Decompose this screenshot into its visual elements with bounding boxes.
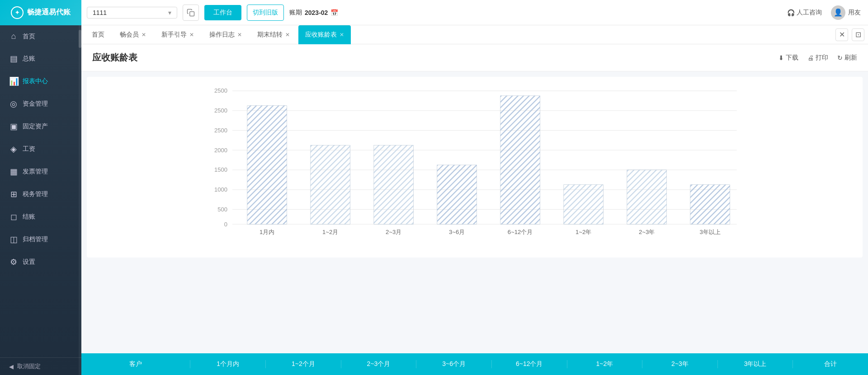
sidebar-item-label: 发票管理 (23, 168, 48, 176)
user-menu[interactable]: 👤 用友 (831, 5, 861, 20)
tab-period-end[interactable]: 期末结转 ✕ (250, 25, 297, 44)
svg-text:2~3月: 2~3月 (386, 229, 401, 235)
page-content: 应收账龄表 ⬇ 下载 🖨 打印 ↻ 刷新 (81, 44, 868, 375)
main-layout: ⌂ 首页 ▤ 总账 📊 报表中心 ◎ 资金管理 ▣ 固定资产 ◈ 工资 ▦ 发票… (0, 25, 868, 375)
tab-home[interactable]: 首页 (85, 25, 111, 44)
cancel-pin-label: 取消固定 (17, 362, 41, 370)
download-button[interactable]: ⬇ 下载 (778, 54, 798, 62)
reports-icon: 📊 (9, 76, 18, 86)
page-title: 应收账龄表 (92, 52, 137, 64)
footer-col-6-12m: 6~12个月 (492, 360, 567, 368)
report-header: 应收账龄表 ⬇ 下载 🖨 打印 ↻ 刷新 (81, 44, 868, 71)
svg-rect-21 (311, 145, 350, 224)
refresh-label: 刷新 (844, 54, 857, 62)
footer-col-total: 合计 (793, 360, 868, 368)
tax-icon: ⊞ (9, 189, 18, 199)
company-selector[interactable]: 1111 ▾ (87, 7, 177, 19)
avatar: 👤 (831, 5, 845, 20)
tab-aging[interactable]: 应收账龄表 ✕ (298, 25, 351, 44)
sidebar-item-label: 资金管理 (23, 100, 48, 108)
tab-close-aging[interactable]: ✕ (340, 32, 344, 38)
chart-container: 2500 2500 2500 2000 1500 1000 500 0 (100, 86, 849, 244)
sidebar-item-label: 工资 (23, 145, 35, 153)
svg-rect-31 (627, 170, 667, 224)
footer-col-1-2m: 1~2个月 (266, 360, 341, 368)
tab-close-member[interactable]: ✕ (142, 32, 146, 38)
headset-icon: 🎧 (787, 9, 795, 16)
sidebar-item-label: 税务管理 (23, 190, 48, 198)
svg-text:2500: 2500 (214, 107, 227, 114)
sidebar-scroll-thumb (79, 30, 81, 48)
svg-text:1~2月: 1~2月 (322, 229, 338, 235)
sidebar-item-general-ledger[interactable]: ▤ 总账 (0, 47, 81, 70)
sidebar-item-reports[interactable]: 📊 报表中心 (0, 70, 81, 93)
sidebar-item-settings[interactable]: ⚙ 设置 (0, 251, 81, 273)
svg-rect-33 (690, 185, 730, 225)
footer-col-1-2y: 1~2年 (567, 360, 643, 368)
sidebar-item-fixed-assets[interactable]: ▣ 固定资产 (0, 115, 81, 138)
archive-icon: ◫ (9, 234, 18, 244)
cancel-pin-button[interactable]: ◀ 取消固定 (0, 357, 81, 375)
sidebar-item-home[interactable]: ⌂ 首页 (0, 25, 81, 47)
period-area: 账期 2023-02 📅 (289, 9, 338, 17)
svg-text:6~12个月: 6~12个月 (508, 229, 533, 235)
svg-text:2000: 2000 (214, 147, 227, 154)
download-icon: ⬇ (778, 54, 784, 61)
svg-text:2~3年: 2~3年 (639, 229, 655, 235)
refresh-button[interactable]: ↻ 刷新 (837, 54, 857, 62)
settings-icon: ⚙ (9, 257, 18, 267)
period-value: 2023-02 (305, 9, 328, 16)
svg-text:1000: 1000 (214, 186, 227, 193)
payroll-icon: ◈ (9, 144, 18, 154)
logo-icon: ✦ (11, 6, 24, 19)
period-label: 账期 (289, 9, 302, 17)
tab-label: 应收账龄表 (305, 31, 337, 39)
tab-oplog[interactable]: 操作日志 ✕ (203, 25, 249, 44)
svg-text:1月内: 1月内 (259, 229, 274, 235)
sidebar-item-label: 归档管理 (23, 235, 48, 244)
tabs-bar: 首页 畅会员 ✕ 新手引导 ✕ 操作日志 ✕ 期末结转 ✕ 应收账龄表 ✕ (81, 25, 868, 44)
accounting-icon: ◻ (9, 212, 18, 222)
print-button[interactable]: 🖨 打印 (807, 54, 828, 62)
funds-icon: ◎ (9, 99, 18, 109)
print-icon: 🖨 (807, 54, 814, 61)
sidebar-item-label: 固定资产 (23, 122, 48, 131)
sidebar-item-tax[interactable]: ⊞ 税务管理 (0, 183, 81, 206)
logo-text: 畅捷通易代账 (27, 8, 71, 17)
consult-button[interactable]: 🎧 人工咨询 (787, 9, 822, 17)
workbench-button[interactable]: 工作台 (204, 5, 241, 20)
invoice-icon: ▦ (9, 167, 18, 177)
sidebar-item-funds[interactable]: ◎ 资金管理 (0, 93, 81, 115)
tab-close-oplog[interactable]: ✕ (237, 32, 242, 38)
tab-close-period-end[interactable]: ✕ (285, 32, 290, 38)
sidebar: ⌂ 首页 ▤ 总账 📊 报表中心 ◎ 资金管理 ▣ 固定资产 ◈ 工资 ▦ 发票… (0, 25, 81, 375)
calendar-icon[interactable]: 📅 (330, 9, 338, 16)
copy-button[interactable] (183, 5, 199, 21)
sidebar-item-invoices[interactable]: ▦ 发票管理 (0, 160, 81, 183)
svg-rect-23 (374, 145, 414, 224)
switch-version-button[interactable]: 切到旧版 (247, 5, 284, 21)
sidebar-item-archive[interactable]: ◫ 归档管理 (0, 228, 81, 251)
tab-close-guide[interactable]: ✕ (189, 32, 194, 38)
sidebar-item-accounting[interactable]: ◻ 结账 (0, 206, 81, 228)
tab-label: 新手引导 (161, 31, 187, 39)
home-icon: ⌂ (9, 32, 18, 41)
tabs-actions: ✕ ⊡ (835, 28, 864, 41)
footer-col-1m: 1个月内 (190, 360, 266, 368)
maximize-tab-button[interactable]: ⊡ (852, 28, 864, 41)
svg-rect-19 (247, 106, 287, 225)
tab-member[interactable]: 畅会员 ✕ (113, 25, 153, 44)
sidebar-item-payroll[interactable]: ◈ 工资 (0, 138, 81, 160)
svg-text:3年以上: 3年以上 (699, 229, 720, 235)
chart-area: 2500 2500 2500 2000 1500 1000 500 0 (87, 77, 863, 258)
tab-label: 操作日志 (209, 31, 235, 39)
table-footer: 客户 1个月内 1~2个月 2~3个月 3~6个月 6~12个月 (81, 353, 868, 375)
close-tab-button[interactable]: ✕ (835, 28, 848, 41)
chart-svg: 2500 2500 2500 2000 1500 1000 500 0 (100, 86, 849, 244)
download-label: 下载 (786, 54, 798, 62)
svg-text:1500: 1500 (214, 166, 227, 173)
sidebar-item-label: 总账 (23, 55, 35, 63)
svg-text:2500: 2500 (214, 87, 227, 94)
tab-guide[interactable]: 新手引导 ✕ (155, 25, 201, 44)
logo: ✦ 畅捷通易代账 (0, 0, 81, 25)
